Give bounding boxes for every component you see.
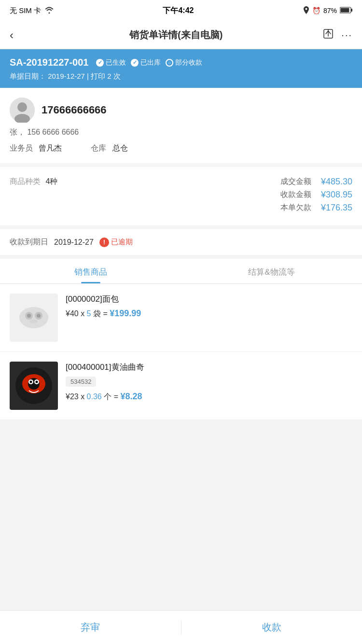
battery-icon: [340, 7, 352, 15]
warehouse-name: 总仓: [112, 144, 128, 152]
status-time: 下午4:42: [163, 6, 194, 16]
svg-point-10: [27, 314, 31, 318]
price-base-2: ¥23: [66, 392, 79, 401]
carrier-text: 无 SIM 卡: [10, 6, 41, 15]
header-banner: SA-20191227-001 ✓ 已生效 ✓ 已出库 ○ 部分收款 单据日期：…: [0, 49, 362, 88]
product-price-1: ¥40 x 5 袋 = ¥199.99: [66, 308, 352, 319]
page-title: 销货单详情(来自电脑): [29, 28, 323, 42]
svg-point-11: [37, 314, 41, 318]
status-bar: 无 SIM 卡 下午4:42 ⏰ 87%: [0, 0, 362, 21]
price-total-2: ¥8.28: [120, 392, 142, 401]
summary-section: 商品种类 4种 成交金额 ¥485.30 收款金额 ¥308.95 本单欠款 ¥…: [0, 167, 362, 225]
status-right: ⏰ 87%: [303, 6, 352, 15]
bottom-bar: 弃审 收款: [0, 610, 362, 644]
more-icon[interactable]: ···: [341, 29, 352, 41]
summary-grid: 商品种类 4种 成交金额 ¥485.30 收款金额 ¥308.95 本单欠款 ¥…: [10, 177, 352, 216]
status-badge-3: ○ 部分收款: [166, 58, 202, 67]
amount-value-2: ¥308.95: [321, 190, 352, 200]
price-qty-1: 5: [87, 309, 91, 318]
nav-bar: ‹ 销货单详情(来自电脑) ···: [0, 21, 362, 49]
tabs-section: 销售商品 结算&物流等: [0, 259, 362, 284]
svg-point-19: [36, 381, 38, 383]
product-info-1: [0000002]面包 ¥40 x 5 袋 = ¥199.99: [66, 294, 352, 319]
amount-row-3: 本单欠款 ¥176.35: [280, 203, 352, 213]
amount-row-2: 收款金额 ¥308.95: [280, 190, 352, 200]
customer-section: 17666666666 张， 156 6666 6666 业务员 曾凡杰 仓库 …: [0, 88, 362, 163]
amount-label-3: 本单欠款: [280, 203, 311, 213]
svg-rect-2: [340, 8, 349, 12]
svg-point-5: [17, 102, 27, 112]
amount-value-3: ¥176.35: [321, 203, 352, 213]
tabs-row: 销售商品 结算&物流等: [0, 259, 362, 284]
amount-value-1: ¥485.30: [321, 177, 352, 187]
collect-button[interactable]: 收款: [181, 613, 362, 642]
share-icon[interactable]: [323, 28, 334, 42]
banner-date-row: 单据日期： 2019-12-27 | 打印 2 次: [10, 72, 352, 81]
wifi-icon: [45, 7, 54, 15]
category-label: 商品种类: [10, 177, 41, 185]
product-sku-badge: 534532: [66, 377, 96, 387]
customer-name-phone: 张， 156 6666 6666: [10, 127, 352, 138]
order-date: 2019-12-27: [48, 72, 85, 80]
price-total-1: ¥199.99: [110, 308, 141, 318]
product-name-2: [000400001]黄油曲奇: [66, 362, 352, 373]
warehouse-label: 仓库: [91, 144, 106, 152]
check-icon-1: ✓: [96, 59, 104, 67]
check-icon-2: ✓: [131, 59, 139, 67]
amount-label-1: 成交金额: [280, 177, 311, 187]
customer-row: 17666666666: [10, 98, 352, 123]
sales-name: 曾凡杰: [39, 144, 62, 152]
product-image-2: [10, 362, 58, 410]
svg-point-12: [30, 320, 38, 323]
svg-point-7: [19, 307, 48, 328]
svg-point-18: [30, 381, 32, 383]
summary-left: 商品种类 4种: [10, 177, 57, 187]
product-info-2: [000400001]黄油曲奇 534532 ¥23 x 0.36 个 = ¥8…: [66, 362, 352, 402]
status-badge-2: ✓ 已出库: [131, 58, 161, 67]
list-item: [000400001]黄油曲奇 534532 ¥23 x 0.36 个 = ¥8…: [0, 352, 362, 420]
price-qty-2: 0.36: [87, 392, 102, 401]
location-icon: [303, 6, 309, 15]
avatar: [10, 98, 35, 123]
price-unit-2: 个: [104, 392, 111, 401]
summary-right: 成交金额 ¥485.30 收款金额 ¥308.95 本单欠款 ¥176.35: [280, 177, 352, 216]
status-badge-1: ✓ 已生效: [96, 58, 126, 67]
due-label: 收款到期日: [10, 237, 48, 247]
product-name-1: [0000002]面包: [66, 294, 352, 305]
product-image-1: [10, 294, 58, 342]
clock-icon: ○: [166, 59, 173, 67]
customer-phone: 17666666666: [42, 104, 107, 116]
date-label: 单据日期：: [10, 72, 46, 80]
overdue-badge: ! 已逾期: [99, 238, 133, 247]
due-date: 2019-12-27: [54, 238, 94, 247]
cancel-button[interactable]: 弃审: [0, 613, 181, 642]
battery-text: 87%: [323, 7, 337, 14]
product-list: [0000002]面包 ¥40 x 5 袋 = ¥199.99: [0, 284, 362, 420]
amount-label-2: 收款金额: [280, 190, 311, 200]
product-price-2: ¥23 x 0.36 个 = ¥8.28: [66, 392, 352, 402]
amount-row-1: 成交金额 ¥485.30: [280, 177, 352, 187]
nav-actions: ···: [323, 28, 352, 42]
status-badges: ✓ 已生效 ✓ 已出库 ○ 部分收款: [96, 58, 202, 67]
overdue-icon: !: [99, 238, 109, 247]
list-item: [0000002]面包 ¥40 x 5 袋 = ¥199.99: [0, 284, 362, 352]
sales-info: 业务员 曾凡杰: [10, 143, 62, 154]
alarm-icon: ⏰: [312, 7, 320, 14]
sales-label: 业务员: [10, 144, 33, 152]
order-id: SA-20191227-001: [10, 57, 88, 68]
warehouse-info: 仓库 总仓: [91, 143, 127, 154]
status-left: 无 SIM 卡: [10, 6, 54, 15]
tab-settlement[interactable]: 结算&物流等: [181, 259, 362, 283]
price-base-1: ¥40: [66, 309, 79, 318]
overdue-text: 已逾期: [111, 238, 133, 247]
category-count: 4种: [45, 177, 57, 185]
customer-meta: 业务员 曾凡杰 仓库 总仓: [10, 143, 352, 154]
print-info: | 打印 2 次: [87, 72, 121, 80]
price-unit-1: 袋: [93, 309, 101, 318]
tab-sales-products[interactable]: 销售商品: [0, 259, 181, 283]
back-button[interactable]: ‹: [10, 28, 29, 42]
svg-rect-1: [351, 9, 352, 12]
due-section: 收款到期日 2019-12-27 ! 已逾期: [0, 229, 362, 255]
banner-row1: SA-20191227-001 ✓ 已生效 ✓ 已出库 ○ 部分收款: [10, 57, 352, 68]
